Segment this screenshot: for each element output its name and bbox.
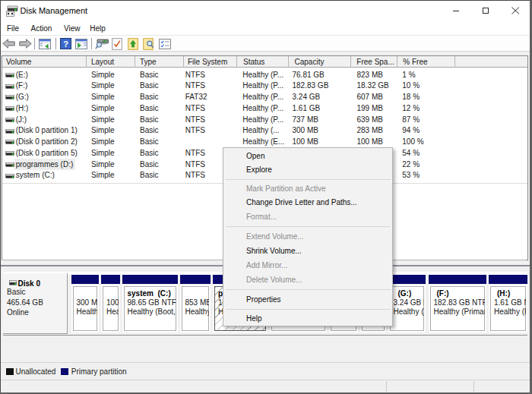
svg-text:?: ? — [63, 39, 68, 49]
